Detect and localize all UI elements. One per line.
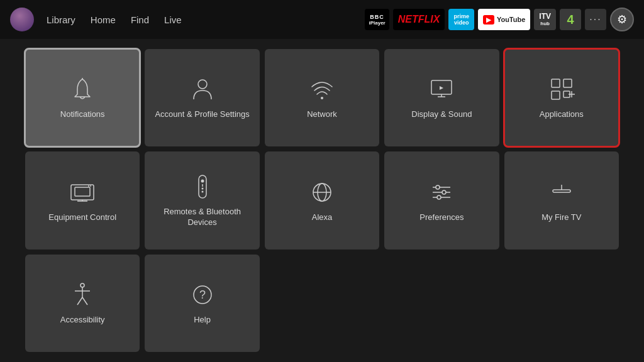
svg-point-22 <box>201 191 203 193</box>
svg-line-37 <box>77 297 82 305</box>
tile-preferences-label: Preferences <box>419 212 464 223</box>
empty-cell-1 <box>265 255 379 352</box>
svg-point-1 <box>198 80 207 89</box>
tv-icon <box>69 178 96 206</box>
app-netflix[interactable]: NETFLIX <box>393 9 445 30</box>
tile-remotes[interactable]: Remotes & Bluetooth Devices <box>145 151 259 249</box>
svg-point-17 <box>90 185 91 187</box>
tile-applications[interactable]: Applications <box>504 49 619 146</box>
nav-apps: BBC iPlayer NETFLIX primevideo ▶ YouTube… <box>365 8 634 31</box>
nav-library[interactable]: Library <box>47 14 75 25</box>
app-itv[interactable]: ITV hub <box>534 9 556 30</box>
firetv-icon <box>548 178 575 206</box>
tile-display-sound[interactable]: Display & Sound <box>384 49 499 146</box>
app-prime[interactable]: primevideo <box>448 9 474 30</box>
app-youtube[interactable]: ▶ YouTube <box>478 9 530 30</box>
wifi-icon <box>308 75 336 103</box>
display-icon <box>428 75 455 103</box>
settings-button[interactable]: ⚙ <box>610 8 634 31</box>
alexa-icon <box>308 178 336 206</box>
tile-display-sound-label: Display & Sound <box>411 109 472 120</box>
tile-notifications-label: Notifications <box>60 109 105 120</box>
tile-help[interactable]: ? Help <box>145 255 259 352</box>
svg-point-30 <box>442 190 446 194</box>
svg-point-19 <box>201 180 204 183</box>
tile-network[interactable]: Network <box>265 49 379 146</box>
svg-rect-6 <box>552 79 560 87</box>
tile-network-label: Network <box>307 109 337 120</box>
nav-find[interactable]: Find <box>131 14 149 25</box>
nav-home[interactable]: Home <box>91 14 116 25</box>
avatar[interactable] <box>10 8 34 31</box>
svg-point-31 <box>437 195 441 199</box>
tile-account[interactable]: Account & Profile Settings <box>145 49 259 146</box>
tile-accessibility[interactable]: Accessibility <box>25 255 140 352</box>
svg-point-16 <box>88 185 89 187</box>
svg-line-38 <box>82 297 87 305</box>
app-bbc[interactable]: BBC iPlayer <box>365 9 389 30</box>
svg-point-34 <box>80 283 84 287</box>
remote-icon <box>189 173 216 200</box>
tile-myfiretv[interactable]: My Fire TV <box>504 151 619 249</box>
svg-point-29 <box>436 185 440 189</box>
svg-rect-7 <box>564 79 572 87</box>
nav-links: Library Home Find Live <box>47 14 182 25</box>
tile-help-label: Help <box>194 315 211 326</box>
tile-accessibility-label: Accessibility <box>60 315 105 326</box>
svg-rect-32 <box>553 190 570 192</box>
app-more[interactable]: ··· <box>585 9 606 30</box>
tile-equipment[interactable]: Equipment Control <box>25 151 140 249</box>
svg-rect-8 <box>552 91 560 99</box>
empty-cell-2 <box>384 255 499 352</box>
tile-notifications[interactable]: Notifications <box>25 49 140 146</box>
top-nav: Library Home Find Live BBC iPlayer NETFL… <box>0 0 644 39</box>
tile-equipment-label: Equipment Control <box>48 212 116 223</box>
sliders-icon <box>428 178 455 206</box>
svg-point-2 <box>321 97 323 99</box>
tile-alexa[interactable]: Alexa <box>265 151 379 249</box>
help-icon: ? <box>189 281 216 309</box>
empty-cell-3 <box>504 255 619 352</box>
tile-applications-label: Applications <box>540 109 584 120</box>
accessibility-icon <box>69 281 96 309</box>
tile-myfiretv-label: My Fire TV <box>541 212 581 223</box>
tile-alexa-label: Alexa <box>312 212 333 223</box>
svg-point-21 <box>201 188 203 190</box>
svg-rect-15 <box>75 187 90 196</box>
tile-preferences[interactable]: Preferences <box>384 151 499 249</box>
svg-text:?: ? <box>199 288 206 301</box>
person-icon <box>189 75 216 103</box>
bell-icon <box>69 75 96 103</box>
settings-grid: Notifications Account & Profile Settings… <box>25 49 619 352</box>
nav-live[interactable]: Live <box>164 14 182 25</box>
apps-icon <box>548 75 575 103</box>
app-ch4[interactable]: 4 <box>560 9 581 30</box>
settings-main: Notifications Account & Profile Settings… <box>0 39 644 362</box>
tile-remotes-label: Remotes & Bluetooth Devices <box>155 207 249 228</box>
tile-account-label: Account & Profile Settings <box>155 109 249 120</box>
